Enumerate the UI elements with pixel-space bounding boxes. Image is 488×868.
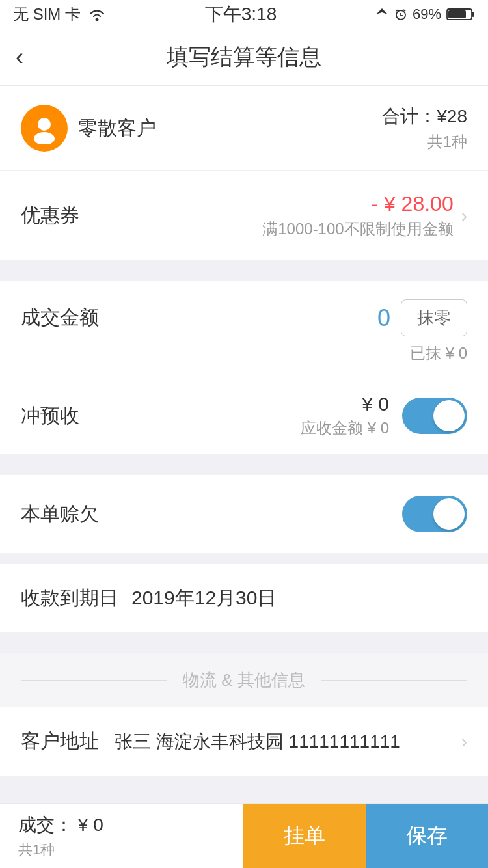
transaction-section: 成交金额 0 抹零 已抹 ¥ 0 冲预收 ¥ 0 应收金额 ¥ 0 xyxy=(0,281,488,454)
status-right: 69% xyxy=(375,6,475,23)
due-date-value: 2019年12月30日 xyxy=(131,585,277,612)
transaction-row: 成交金额 0 抹零 xyxy=(0,281,488,343)
due-date-section: 收款到期日 2019年12月30日 xyxy=(0,563,488,632)
coupon-amount: - ¥ 28.00 xyxy=(262,192,453,216)
location-icon xyxy=(375,7,389,21)
svg-point-0 xyxy=(96,18,99,21)
svg-rect-7 xyxy=(472,12,474,17)
total-count: 共1种 xyxy=(382,131,467,152)
status-left: 无 SIM 卡 xyxy=(13,4,107,25)
svg-rect-8 xyxy=(448,10,466,18)
prepaid-label: 冲预收 xyxy=(21,403,79,429)
debt-toggle-thumb xyxy=(433,498,465,530)
customer-info: 零散客户 xyxy=(21,105,156,152)
customer-name: 零散客户 xyxy=(78,115,156,142)
alarm-icon xyxy=(394,8,407,21)
status-time: 下午3:18 xyxy=(205,2,277,27)
page-title: 填写结算等信息 xyxy=(167,42,321,72)
prepaid-amounts: ¥ 0 应收金额 ¥ 0 xyxy=(301,393,389,439)
section-divider-2 xyxy=(0,465,488,475)
chevron-right-icon: › xyxy=(461,206,467,226)
prepaid-toggle[interactable] xyxy=(402,398,467,434)
sim-label: 无 SIM 卡 xyxy=(13,4,81,25)
prepaid-amount-main: ¥ 0 xyxy=(301,393,389,415)
debt-toggle[interactable] xyxy=(402,496,467,532)
transaction-right: 0 抹零 xyxy=(377,299,467,336)
logistics-line-left xyxy=(21,680,167,681)
coupon-desc: 满1000-100不限制使用金额 xyxy=(262,219,453,239)
bottom-summary-bottom: 共1种 xyxy=(18,840,225,860)
svg-point-9 xyxy=(38,118,51,131)
logistics-line-right xyxy=(321,680,467,681)
logistics-label: 物流 & 其他信息 xyxy=(167,669,321,692)
coupon-amounts: - ¥ 28.00 满1000-100不限制使用金额 xyxy=(262,192,453,239)
already-rounded: 已抹 ¥ 0 xyxy=(0,343,488,377)
round-button[interactable]: 抹零 xyxy=(401,299,467,336)
user-icon xyxy=(29,113,60,144)
battery-icon xyxy=(446,7,475,21)
nav-bar: ‹ 填写结算等信息 xyxy=(0,29,488,86)
battery-label: 69% xyxy=(413,6,441,23)
address-section[interactable]: 客户地址 张三 海淀永丰科技园 11111111111 › xyxy=(0,707,488,776)
avatar xyxy=(21,105,68,152)
svg-point-10 xyxy=(34,132,55,144)
save-button[interactable]: 保存 xyxy=(366,804,488,868)
toggle-thumb xyxy=(433,400,465,431)
prepaid-right: ¥ 0 应收金额 ¥ 0 xyxy=(301,393,467,439)
total-amount: 合计：¥28 xyxy=(382,104,467,129)
hold-button[interactable]: 挂单 xyxy=(243,804,366,868)
due-date-label: 收款到期日 xyxy=(21,585,118,612)
section-divider-1 xyxy=(0,271,488,281)
debt-label: 本单赊欠 xyxy=(21,501,99,528)
transaction-value: 0 xyxy=(377,305,390,332)
prepaid-row: 冲预收 ¥ 0 应收金额 ¥ 0 xyxy=(0,377,488,454)
customer-totals: 合计：¥28 共1种 xyxy=(382,104,467,152)
coupon-label: 优惠券 xyxy=(21,202,79,229)
due-date-row: 收款到期日 2019年12月30日 xyxy=(21,585,467,612)
bottom-bar: 成交： ¥ 0 共1种 挂单 保存 xyxy=(0,803,488,868)
bottom-summary: 成交： ¥ 0 共1种 xyxy=(0,804,243,868)
wifi-icon xyxy=(87,7,107,21)
logistics-section: 物流 & 其他信息 xyxy=(0,653,488,707)
back-button[interactable]: ‹ xyxy=(16,44,23,71)
status-bar: 无 SIM 卡 下午3:18 69% xyxy=(0,0,488,29)
debt-section: 本单赊欠 xyxy=(0,475,488,553)
prepaid-amount-sub: 应收金额 ¥ 0 xyxy=(301,418,389,439)
customer-section: 零散客户 合计：¥28 共1种 优惠券 - ¥ 28.00 满1000-100不… xyxy=(0,86,488,260)
coupon-right: - ¥ 28.00 满1000-100不限制使用金额 › xyxy=(262,192,467,239)
address-value: 张三 海淀永丰科技园 11111111111 xyxy=(115,729,454,754)
address-label: 客户地址 xyxy=(21,728,99,755)
transaction-label: 成交金额 xyxy=(21,305,99,331)
section-divider-3 xyxy=(0,643,488,653)
customer-row: 零散客户 合计：¥28 共1种 xyxy=(0,86,488,170)
coupon-row[interactable]: 优惠券 - ¥ 28.00 满1000-100不限制使用金额 › xyxy=(0,170,488,260)
address-chevron-icon: › xyxy=(461,731,467,752)
bottom-summary-top: 成交： ¥ 0 xyxy=(18,813,225,837)
